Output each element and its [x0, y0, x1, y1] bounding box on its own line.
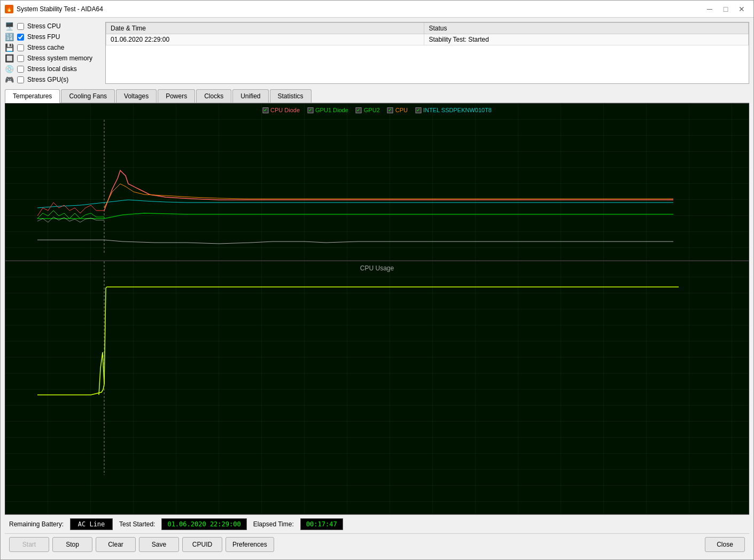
- minimize-button[interactable]: ─: [702, 3, 717, 15]
- start-button[interactable]: Start: [9, 537, 49, 552]
- svg-rect-4: [5, 104, 749, 260]
- stress-item-gpu: 🎮 Stress GPU(s): [5, 75, 101, 84]
- remaining-battery-value: AC Line: [70, 518, 113, 530]
- stress-item-cache: 💾 Stress cache: [5, 43, 101, 52]
- stress-checkbox-cpu[interactable]: [17, 23, 24, 30]
- tab-powers[interactable]: Powers: [158, 89, 195, 103]
- tab-cooling_fans[interactable]: Cooling Fans: [61, 89, 115, 103]
- save-button[interactable]: Save: [139, 537, 179, 552]
- titlebar: 🔥 System Stability Test - AIDA64 ─ □ ✕: [1, 1, 753, 18]
- restore-button[interactable]: □: [718, 3, 733, 15]
- stop-button[interactable]: Stop: [52, 537, 92, 552]
- temp-chart-svg: [5, 104, 749, 260]
- main-window: 🔥 System Stability Test - AIDA64 ─ □ ✕ 🖥…: [0, 0, 754, 560]
- stress-item-cpu: 🖥️ Stress CPU: [5, 22, 101, 30]
- preferences-button[interactable]: Preferences: [226, 537, 274, 552]
- stress-label-disk: Stress local disks: [27, 65, 77, 73]
- stress-label-cache: Stress cache: [27, 44, 64, 51]
- legend-cpu: ✓ CPU: [387, 107, 408, 113]
- tab-temperatures[interactable]: Temperatures: [5, 89, 60, 103]
- stress-icon-disk: 💿: [5, 65, 14, 73]
- cpu-chart-svg: [5, 261, 749, 514]
- tab-statistics[interactable]: Statistics: [270, 89, 312, 103]
- stress-checkbox-gpu[interactable]: [17, 76, 24, 83]
- stress-icon-memory: 🔲: [5, 54, 14, 63]
- stress-icon-gpu: 🎮: [5, 75, 14, 84]
- legend-gpu1-diode: ✓ GPU1 Diode: [307, 107, 348, 113]
- tab-clocks[interactable]: Clocks: [196, 89, 231, 103]
- app-icon: 🔥: [5, 5, 13, 13]
- stress-checkbox-fpu[interactable]: [17, 34, 24, 41]
- col-status: Status: [424, 23, 749, 34]
- clear-button[interactable]: Clear: [96, 537, 136, 552]
- legend-cpu-diode: ✓ CPU Diode: [262, 107, 300, 113]
- col-datetime: Date & Time: [106, 23, 424, 34]
- stress-item-fpu: 🔢 Stress FPU: [5, 33, 101, 41]
- top-section: 🖥️ Stress CPU 🔢 Stress FPU 💾 Stress cach…: [5, 22, 749, 84]
- window-controls: ─ □ ✕: [702, 3, 749, 15]
- legend-gpu2: ✓ GPU2: [356, 107, 380, 113]
- cpuid-button[interactable]: CPUID: [182, 537, 222, 552]
- remaining-battery-label: Remaining Battery:: [9, 520, 64, 528]
- stress-icon-cpu: 🖥️: [5, 22, 14, 30]
- legend-intel-ssd: ✓ INTEL SSDPEKNW010T8: [415, 107, 492, 113]
- test-started-value: 01.06.2020 22:29:00: [161, 518, 246, 530]
- tab-unified[interactable]: Unified: [232, 89, 268, 103]
- cpu-usage-chart: CPU Usage 100% 0% 100%: [5, 261, 749, 515]
- temperature-chart: ✓ CPU Diode ✓ GPU1 Diode ✓ GPU2 ✓ CPU: [5, 103, 749, 261]
- elapsed-time-value: 00:17:47: [300, 518, 343, 530]
- button-bar: Start Stop Clear Save CPUID Preferences …: [5, 533, 749, 555]
- stress-icon-cache: 💾: [5, 43, 14, 52]
- stress-label-cpu: Stress CPU: [27, 22, 61, 30]
- close-button[interactable]: Close: [705, 537, 745, 552]
- content-area: 🖥️ Stress CPU 🔢 Stress FPU 💾 Stress cach…: [1, 18, 753, 559]
- tab-voltages[interactable]: Voltages: [116, 89, 157, 103]
- stress-checkbox-cache[interactable]: [17, 44, 24, 51]
- window-title: System Stability Test - AIDA64: [17, 5, 702, 13]
- stress-label-memory: Stress system memory: [27, 55, 92, 62]
- stress-item-memory: 🔲 Stress system memory: [5, 54, 101, 63]
- temp-chart-legend: ✓ CPU Diode ✓ GPU1 Diode ✓ GPU2 ✓ CPU: [262, 107, 492, 113]
- stress-label-gpu: Stress GPU(s): [27, 76, 68, 83]
- cpu-chart-title: CPU Usage: [360, 265, 394, 272]
- stress-checkbox-disk[interactable]: [17, 66, 24, 73]
- charts-container: ✓ CPU Diode ✓ GPU1 Diode ✓ GPU2 ✓ CPU: [5, 103, 749, 515]
- stress-checkbox-memory[interactable]: [17, 55, 24, 62]
- stress-item-disk: 💿 Stress local disks: [5, 65, 101, 73]
- log-status: Stability Test: Started: [424, 34, 749, 45]
- elapsed-time-label: Elapsed Time:: [253, 520, 294, 528]
- svg-rect-10: [5, 261, 749, 514]
- stress-panel: 🖥️ Stress CPU 🔢 Stress FPU 💾 Stress cach…: [5, 22, 101, 84]
- log-row: 01.06.2020 22:29:00 Stability Test: Star…: [106, 34, 749, 45]
- test-started-label: Test Started:: [119, 520, 155, 528]
- bottom-bar: Remaining Battery: AC Line Test Started:…: [5, 515, 749, 533]
- tab-bar: TemperaturesCooling FansVoltagesPowersCl…: [5, 88, 749, 103]
- tabs-section: TemperaturesCooling FansVoltagesPowersCl…: [5, 88, 749, 103]
- close-window-button[interactable]: ✕: [734, 3, 749, 15]
- stress-icon-fpu: 🔢: [5, 33, 14, 41]
- log-datetime: 01.06.2020 22:29:00: [106, 34, 424, 45]
- log-table: Date & Time Status 01.06.2020 22:29:00 S…: [105, 22, 749, 84]
- stress-label-fpu: Stress FPU: [27, 33, 60, 41]
